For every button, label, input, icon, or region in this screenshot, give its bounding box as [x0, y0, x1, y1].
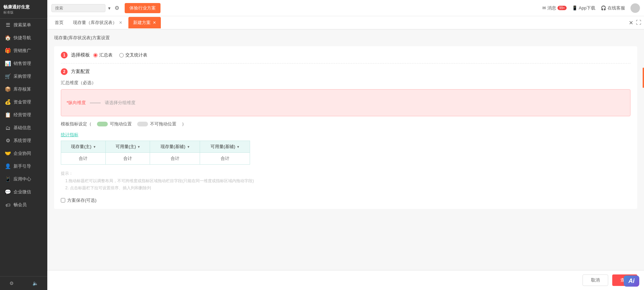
user-avatar[interactable]: [630, 3, 640, 13]
dimension-config: 汇总维度（必选） *纵向维度 —— 请选择分组维度: [61, 80, 630, 116]
save-checkbox[interactable]: [61, 198, 65, 202]
sidebar-item-system[interactable]: ⚙ 系统管理: [0, 134, 47, 147]
sidebar-item-newbie[interactable]: 👤 新手引导: [0, 160, 47, 173]
headset-icon: 🎧: [601, 5, 606, 10]
tab-inventory-status[interactable]: 现存量（库存状况表） ✕: [68, 16, 127, 29]
tab-close-btn[interactable]: ✕: [629, 20, 633, 26]
sidebar-item-member[interactable]: 🏷 畅会员: [0, 198, 47, 211]
th-current-main: 现存量(主) ▾: [61, 141, 106, 153]
dimension-zone[interactable]: *纵向维度 —— 请选择分组维度: [61, 89, 630, 116]
sidebar: 畅康通好生意 标准版 ☰ 搜索菜单 🏠 快捷导航 🎁 营销推广 📊 销售管理 🛒…: [0, 0, 47, 290]
sidebar-icon-basic-info: 🗂: [5, 125, 11, 131]
messages-btn[interactable]: ✉ 消息 99+: [542, 5, 567, 11]
indicator-setting-close: ）: [182, 121, 186, 127]
topbar: ▾ ⚙ 体验行业方案 ✉ 消息 99+ 📱 App下载 🎧 在线客服: [47, 0, 644, 16]
draggable-label: 可拖动位置: [110, 121, 132, 127]
sidebar-icon-app-center: 📱: [5, 176, 11, 182]
sidebar-icon-operations: 📋: [5, 112, 11, 118]
non-draggable-toggle-track[interactable]: [137, 122, 148, 126]
sidebar-label-newbie: 新手引导: [14, 163, 31, 169]
th-available-aux-label: 可用量(基辅): [210, 144, 236, 150]
sidebar-label-enterprise: 企业协同: [14, 150, 31, 156]
sidebar-label-member: 畅会员: [14, 202, 27, 208]
dimension-required: *纵向维度: [67, 100, 86, 106]
step2-badge: 2: [61, 68, 68, 75]
template-radio-group: 汇总表 交叉统计表: [93, 52, 630, 58]
th-current-main-dropdown[interactable]: ▾: [94, 145, 96, 149]
settings-footer-btn[interactable]: ⚙: [7, 279, 17, 287]
sidebar-item-search-menu[interactable]: ☰ 搜索菜单: [0, 19, 47, 31]
scroll-indicator: [643, 68, 644, 88]
indicator-setting-label: 模板指标设定（: [61, 121, 92, 127]
customer-service-label: 在线客服: [608, 5, 625, 11]
sidebar-item-finance[interactable]: 💰 资金管理: [0, 96, 47, 108]
sidebar-label-app-center: 应用中心: [14, 176, 31, 182]
stats-header-row: 现存量(主) ▾ 可用量(主) ▾: [61, 141, 250, 153]
sidebar-icon-system: ⚙: [5, 138, 11, 144]
sidebar-item-operations[interactable]: 📋 经营管理: [0, 108, 47, 121]
sidebar-label-purchase: 采购管理: [14, 73, 31, 79]
sidebar-item-purchase[interactable]: 🛒 采购管理: [0, 70, 47, 83]
customer-service-btn[interactable]: 🎧 在线客服: [601, 5, 625, 11]
step2-header: 2 方案配置: [61, 68, 630, 75]
tab-home[interactable]: 首页: [50, 16, 68, 29]
tab-inventory-close[interactable]: ✕: [119, 20, 122, 25]
trial-button[interactable]: 体验行业方案: [125, 3, 160, 13]
app-download-btn[interactable]: 📱 App下载: [572, 5, 595, 11]
tips-section: 提示： 1.拖动标题栏可以调整布局，不可跨维度或指标区域拖动栏目字段(只能在同一…: [61, 170, 630, 192]
dropdown-btn[interactable]: ▾: [108, 5, 110, 11]
radio-summary-input[interactable]: [93, 53, 98, 57]
th-current-aux-dropdown[interactable]: ▾: [188, 145, 190, 149]
th-available-aux-dropdown[interactable]: ▾: [237, 145, 239, 149]
tab-new-scheme-close[interactable]: ✕: [153, 20, 156, 25]
gear-icon[interactable]: ⚙: [115, 5, 119, 11]
td-available-main: 合计: [105, 153, 150, 165]
footer-actions: 取消 查询: [47, 270, 644, 290]
sidebar-icon-sales: 📊: [5, 61, 11, 67]
sidebar-icon-inventory: 📦: [5, 86, 11, 92]
save-option: 方案保存(可选): [61, 197, 630, 203]
sidebar-item-quick-nav[interactable]: 🏠 快捷导航: [0, 31, 47, 44]
th-available-main-dropdown[interactable]: ▾: [138, 145, 140, 149]
draggable-toggle-track[interactable]: [97, 122, 108, 126]
sidebar-icon-finance: 💰: [5, 99, 11, 105]
tabs-actions: ✕ ⛶: [629, 20, 641, 26]
step1-header: 1 选择模板 汇总表 交叉统计表: [61, 52, 630, 58]
radio-summary[interactable]: 汇总表: [93, 52, 113, 58]
sidebar-item-basic-info[interactable]: 🗂 基础信息: [0, 121, 47, 134]
cancel-button[interactable]: 取消: [583, 274, 608, 286]
search-input[interactable]: [51, 4, 105, 12]
sidebar-item-app-center[interactable]: 📱 应用中心: [0, 173, 47, 186]
tab-new-scheme[interactable]: 新建方案 ✕: [128, 17, 161, 28]
sidebar-item-wechat[interactable]: 💬 企业微信: [0, 186, 47, 198]
td-current-aux: 合计: [150, 153, 200, 165]
save-option-label: 方案保存(可选): [67, 197, 97, 203]
sidebar-label-marketing: 营销推广: [14, 48, 31, 54]
sidebar-icon-enterprise: 🤝: [5, 150, 11, 156]
sidebar-nav: ☰ 搜索菜单 🏠 快捷导航 🎁 营销推广 📊 销售管理 🛒 采购管理 📦 库存核…: [0, 19, 47, 276]
page-content: 现存量(库存状况表)方案设置 1 选择模板 汇总表 交叉统计表: [47, 29, 644, 270]
dimension-arrow: ——: [90, 100, 101, 106]
sidebar-item-sales[interactable]: 📊 销售管理: [0, 57, 47, 70]
sidebar-item-inventory[interactable]: 📦 库存核算: [0, 83, 47, 96]
radio-cross-input[interactable]: [119, 53, 124, 57]
step2-title: 方案配置: [71, 69, 90, 75]
message-icon: ✉: [542, 5, 546, 10]
page-title: 现存量(库存状况表)方案设置: [54, 35, 637, 41]
th-available-main-label: 可用量(主): [116, 144, 136, 150]
sidebar-item-marketing[interactable]: 🎁 营销推广: [0, 44, 47, 57]
sidebar-label-system: 系统管理: [14, 138, 31, 144]
radio-summary-label: 汇总表: [99, 52, 113, 58]
sidebar-label-inventory: 库存核算: [14, 86, 31, 92]
sidebar-label-search-menu: 搜索菜单: [14, 22, 31, 28]
sidebar-label-basic-info: 基础信息: [14, 125, 31, 131]
sidebar-icon-marketing: 🎁: [5, 48, 11, 54]
non-draggable-label: 不可拖动位置: [150, 121, 176, 127]
stats-table: 现存量(主) ▾ 可用量(主) ▾: [61, 141, 250, 165]
ai-badge[interactable]: Ai: [624, 275, 639, 287]
tab-expand-btn[interactable]: ⛶: [636, 20, 641, 26]
sidebar-item-enterprise[interactable]: 🤝 企业协同: [0, 147, 47, 160]
non-draggable-toggle: 不可拖动位置: [137, 121, 176, 127]
help-footer-btn[interactable]: 🔈: [30, 279, 41, 287]
radio-cross[interactable]: 交叉统计表: [119, 52, 147, 58]
